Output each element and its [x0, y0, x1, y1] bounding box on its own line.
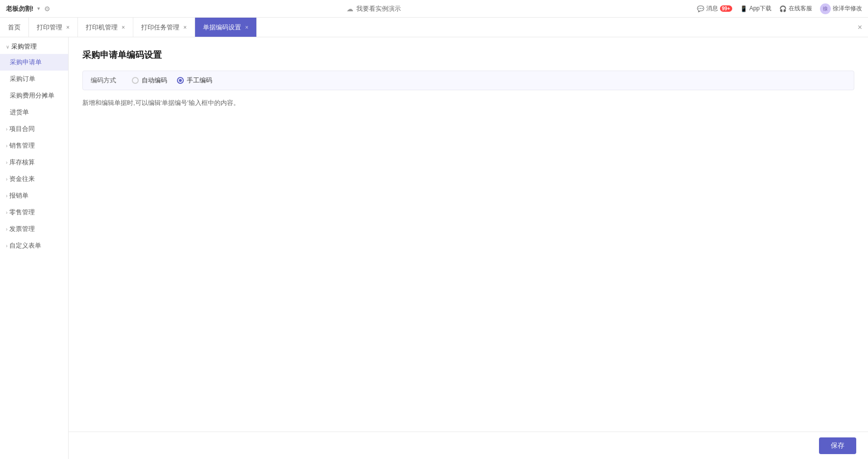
- sidebar-item-inventory[interactable]: › 库存核算: [0, 154, 68, 171]
- message-badge: 99+: [720, 5, 732, 12]
- tab-print-task-close[interactable]: ×: [183, 24, 187, 31]
- radio-auto-label: 自动编码: [142, 76, 167, 85]
- content-area: 采购申请单编码设置 编码方式 自动编码 手工编码 新增和编辑单据时,可: [69, 37, 868, 459]
- tab-printer-manage-close[interactable]: ×: [122, 24, 125, 31]
- radio-manual-circle: [177, 77, 184, 84]
- radio-group: 自动编码 手工编码: [132, 76, 212, 85]
- tab-print-task-label: 打印任务管理: [141, 23, 179, 32]
- purchase-group-chevron-icon: ∨: [6, 44, 9, 50]
- sidebar-item-project-contract[interactable]: › 项目合同: [0, 121, 68, 137]
- tab-bill-code-label: 单据编码设置: [203, 23, 241, 32]
- invoice-manage-chevron-icon: ›: [6, 227, 7, 232]
- tab-bill-code-close[interactable]: ×: [245, 24, 248, 31]
- sidebar-item-invoice-manage[interactable]: › 发票管理: [0, 221, 68, 237]
- top-bar-right: 💬 消息 99+ 📱 App下载 🎧 在线客服 徐 徐泽华修改: [697, 3, 862, 14]
- project-contract-chevron-icon: ›: [6, 127, 7, 132]
- radio-manual-label: 手工编码: [187, 76, 212, 85]
- code-method-label: 编码方式: [91, 76, 116, 85]
- demo-link[interactable]: 我要看实例演示: [356, 4, 401, 13]
- headset-icon: 🎧: [779, 5, 787, 12]
- settings-icon[interactable]: ⚙: [44, 5, 50, 13]
- hint-text: 新增和编辑单据时,可以编辑'单据编号'输入框中的内容。: [82, 98, 854, 108]
- page-title: 采购申请单编码设置: [82, 49, 854, 61]
- tab-home-label: 首页: [8, 23, 21, 32]
- sidebar-item-purchase-request[interactable]: 采购申请单: [0, 54, 68, 71]
- sidebar-item-goods-receipt[interactable]: 进货单: [0, 104, 68, 121]
- sidebar-group-purchase-header[interactable]: ∨ 采购管理: [0, 37, 68, 54]
- save-button[interactable]: 保存: [819, 437, 856, 454]
- message-icon: 💬: [697, 5, 704, 12]
- logo-chevron-icon[interactable]: ▾: [37, 5, 40, 12]
- message-label: 消息: [706, 4, 718, 13]
- user-name: 徐泽华修改: [833, 4, 862, 13]
- sidebar: ∨ 采购管理 采购申请单 采购订单 采购费用分摊单 进货单 › 项目合同 › 销…: [0, 37, 69, 459]
- radio-manual-option[interactable]: 手工编码: [177, 76, 212, 85]
- code-method-bar: 编码方式 自动编码 手工编码: [82, 71, 854, 90]
- content-inner: 采购申请单编码设置 编码方式 自动编码 手工编码 新增和编辑单据时,可: [69, 37, 868, 432]
- tab-print-manage-label: 打印管理: [37, 23, 62, 32]
- sales-manage-chevron-icon: ›: [6, 143, 7, 149]
- sidebar-item-purchase-request-label: 采购申请单: [10, 58, 42, 67]
- sidebar-item-invoice-manage-label: 发票管理: [9, 225, 35, 233]
- user-menu[interactable]: 徐 徐泽华修改: [820, 3, 862, 14]
- online-service-label: 在线客服: [789, 4, 812, 13]
- sidebar-item-sales-manage[interactable]: › 销售管理: [0, 137, 68, 154]
- capital-chevron-icon: ›: [6, 177, 7, 182]
- tab-printer-manage[interactable]: 打印机管理 ×: [78, 18, 133, 37]
- sidebar-item-retail-manage-label: 零售管理: [9, 208, 35, 217]
- cloud-icon: ☁: [347, 5, 353, 13]
- content-footer: 保存: [69, 432, 868, 459]
- sidebar-item-purchase-expense[interactable]: 采购费用分摊单: [0, 87, 68, 104]
- sidebar-item-purchase-expense-label: 采购费用分摊单: [10, 91, 54, 100]
- sales-return-chevron-icon: ›: [6, 193, 7, 199]
- top-bar-left: 老板勿割! ▾ ⚙: [6, 4, 50, 13]
- message-button[interactable]: 💬 消息 99+: [697, 4, 732, 13]
- app-download-icon: 📱: [740, 5, 747, 12]
- tab-home[interactable]: 首页: [0, 18, 29, 37]
- sidebar-item-purchase-order[interactable]: 采购订单: [0, 71, 68, 87]
- sidebar-item-sales-return-label: 报销单: [9, 191, 28, 200]
- sidebar-item-capital[interactable]: › 资金往来: [0, 171, 68, 187]
- tab-bar-close-all[interactable]: ×: [852, 18, 868, 37]
- top-bar-center: ☁ 我要看实例演示: [347, 4, 401, 13]
- avatar: 徐: [820, 3, 831, 14]
- sidebar-item-project-contract-label: 项目合同: [9, 125, 35, 133]
- online-service-button[interactable]: 🎧 在线客服: [779, 4, 812, 13]
- custom-form-chevron-icon: ›: [6, 243, 7, 249]
- app-download-label: App下载: [749, 4, 771, 13]
- app-logo: 老板勿割!: [6, 4, 33, 13]
- radio-auto-option[interactable]: 自动编码: [132, 76, 167, 85]
- retail-manage-chevron-icon: ›: [6, 210, 7, 215]
- sidebar-item-purchase-order-label: 采购订单: [10, 75, 35, 83]
- radio-auto-circle: [132, 77, 139, 84]
- sidebar-item-retail-manage[interactable]: › 零售管理: [0, 204, 68, 221]
- sidebar-group-purchase: ∨ 采购管理 采购申请单 采购订单 采购费用分摊单 进货单: [0, 37, 68, 121]
- tab-print-manage[interactable]: 打印管理 ×: [29, 18, 78, 37]
- sidebar-group-purchase-label: 采购管理: [11, 42, 37, 51]
- top-bar: 老板勿割! ▾ ⚙ ☁ 我要看实例演示 💬 消息 99+ 📱 App下载 🎧 在…: [0, 0, 868, 18]
- inventory-chevron-icon: ›: [6, 160, 7, 165]
- tab-bill-code-setting[interactable]: 单据编码设置 ×: [195, 18, 257, 37]
- app-download-button[interactable]: 📱 App下载: [740, 4, 771, 13]
- sidebar-item-goods-receipt-label: 进货单: [10, 108, 29, 117]
- sidebar-item-inventory-label: 库存核算: [9, 158, 35, 167]
- main-layout: ∨ 采购管理 采购申请单 采购订单 采购费用分摊单 进货单 › 项目合同 › 销…: [0, 37, 868, 459]
- sidebar-item-capital-label: 资金往来: [9, 175, 35, 183]
- tab-print-manage-close[interactable]: ×: [66, 24, 70, 31]
- tab-printer-manage-label: 打印机管理: [86, 23, 118, 32]
- tab-print-task[interactable]: 打印任务管理 ×: [133, 18, 195, 37]
- sidebar-item-custom-form-label: 自定义表单: [9, 241, 41, 250]
- sidebar-item-sales-return[interactable]: › 报销单: [0, 187, 68, 204]
- sidebar-item-sales-manage-label: 销售管理: [9, 141, 35, 150]
- tab-bar: 首页 打印管理 × 打印机管理 × 打印任务管理 × 单据编码设置 × ×: [0, 18, 868, 37]
- sidebar-item-custom-form[interactable]: › 自定义表单: [0, 237, 68, 254]
